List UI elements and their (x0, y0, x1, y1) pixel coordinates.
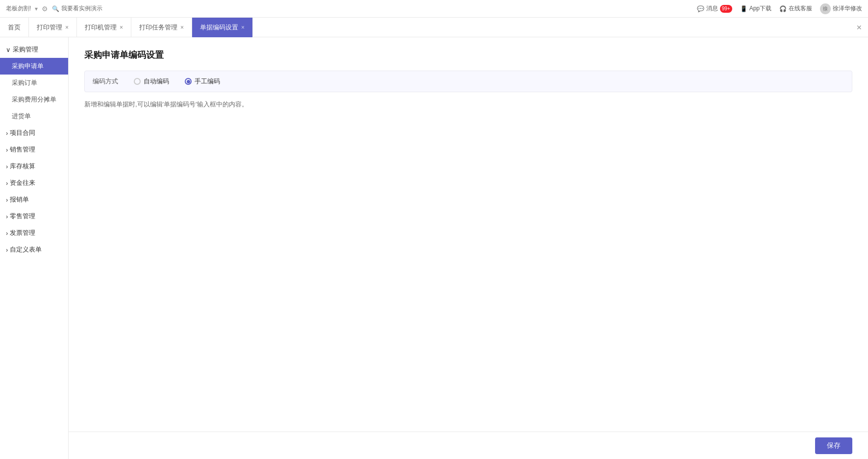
tab-home[interactable]: 首页 (0, 18, 29, 37)
purchase-group-arrow: ∨ (6, 46, 11, 53)
sidebar-group-sales-header[interactable]: › 销售管理 (0, 141, 68, 158)
app-download-button[interactable]: 📱 App下载 (740, 4, 771, 13)
gear-icon[interactable]: ⚙ (42, 5, 48, 13)
sidebar-group-sales: › 销售管理 (0, 141, 68, 158)
save-button[interactable]: 保存 (815, 437, 852, 454)
manual-code-label: 手工编码 (195, 77, 220, 86)
sales-group-label: 销售管理 (10, 145, 35, 154)
top-bar-right: 💬 消息 99+ 📱 App下载 🎧 在线客服 徐 徐泽华修改 (697, 3, 862, 14)
top-bar: 老板勿割! ▾ ⚙ 🔍 我要看实例演示 💬 消息 99+ 📱 App下载 🎧 在… (0, 0, 868, 18)
sidebar-group-return-header[interactable]: › 报销单 (0, 191, 68, 208)
inventory-group-arrow: › (6, 163, 8, 170)
sidebar-group-custom-form: › 自定义表单 (0, 241, 68, 258)
inventory-group-label: 库存核算 (10, 162, 35, 171)
sidebar-group-return: › 报销单 (0, 191, 68, 208)
manual-code-radio[interactable] (185, 78, 192, 85)
user-name: 徐泽华修改 (833, 4, 862, 13)
online-service-button[interactable]: 🎧 在线客服 (779, 4, 812, 13)
invoice-group-label: 发票管理 (10, 229, 35, 237)
tab-single-code[interactable]: 单据编码设置 × (192, 18, 253, 37)
online-service-label: 在线客服 (789, 4, 812, 13)
retail-group-label: 零售管理 (10, 212, 35, 221)
tab-printer-mgmt[interactable]: 打印机管理 × (77, 18, 131, 37)
sidebar-group-inventory-header[interactable]: › 库存核算 (0, 158, 68, 175)
content-area: 采购申请单编码设置 编码方式 自动编码 手工编码 新增和编辑单据时,可以编辑'单… (69, 37, 868, 459)
code-mode-label: 编码方式 (93, 77, 118, 86)
sidebar-group-custom-form-header[interactable]: › 自定义表单 (0, 241, 68, 258)
tab-print-task[interactable]: 打印任务管理 × (131, 18, 192, 37)
sidebar-item-purchase-order[interactable]: 采购订单 (0, 75, 68, 91)
sidebar-item-purchase-request[interactable]: 采购申请单 (0, 58, 68, 75)
sidebar-group-project: › 项目合同 (0, 125, 68, 141)
fund-group-arrow: › (6, 179, 8, 187)
sidebar-item-purchase-expense[interactable]: 采购费用分摊单 (0, 91, 68, 108)
project-group-arrow: › (6, 129, 8, 137)
tab-single-code-close[interactable]: × (241, 24, 245, 31)
sidebar-group-purchase-header[interactable]: ∨ 采购管理 (0, 41, 68, 58)
app-download-icon: 📱 (740, 5, 747, 12)
return-group-label: 报销单 (10, 195, 29, 204)
dropdown-arrow-icon[interactable]: ▾ (35, 5, 38, 12)
sidebar-group-retail-header[interactable]: › 零售管理 (0, 208, 68, 225)
search-icon: 🔍 (52, 5, 59, 12)
online-service-icon: 🎧 (779, 5, 787, 12)
content-footer: 保存 (69, 432, 868, 459)
top-bar-left: 老板勿割! ▾ ⚙ 🔍 我要看实例演示 (6, 4, 102, 13)
sidebar-item-stock-in[interactable]: 进货单 (0, 108, 68, 125)
sidebar-group-invoice: › 发票管理 (0, 225, 68, 241)
message-button[interactable]: 💬 消息 99+ (697, 4, 732, 13)
tab-print-task-close[interactable]: × (180, 24, 184, 31)
app-download-label: App下载 (749, 4, 771, 13)
page-title: 采购申请单编码设置 (84, 49, 852, 61)
auto-code-option[interactable]: 自动编码 (134, 77, 169, 86)
main-layout: ∨ 采购管理 采购申请单 采购订单 采购费用分摊单 进货单 › 项目合同 (0, 37, 868, 459)
content-body: 采购申请单编码设置 编码方式 自动编码 手工编码 新增和编辑单据时,可以编辑'单… (69, 37, 868, 432)
tab-print-mgmt-label: 打印管理 (37, 23, 62, 32)
hint-text: 新增和编辑单据时,可以编辑'单据编码号'输入框中的内容。 (84, 100, 852, 109)
return-group-arrow: › (6, 196, 8, 204)
auto-code-radio[interactable] (134, 78, 141, 85)
tab-print-task-label: 打印任务管理 (139, 23, 177, 32)
search-placeholder: 我要看实例演示 (61, 4, 102, 13)
message-label: 消息 (706, 4, 718, 13)
user-menu[interactable]: 徐 徐泽华修改 (820, 3, 862, 14)
retail-group-arrow: › (6, 213, 8, 220)
tab-home-label: 首页 (8, 23, 21, 32)
avatar: 徐 (820, 3, 831, 14)
code-mode-row: 编码方式 自动编码 手工编码 (84, 71, 852, 92)
search-bar[interactable]: 🔍 我要看实例演示 (52, 4, 102, 13)
auto-code-label: 自动编码 (144, 77, 169, 86)
app-logo: 老板勿割! (6, 4, 31, 13)
tab-printer-mgmt-label: 打印机管理 (85, 23, 117, 32)
sidebar: ∨ 采购管理 采购申请单 采购订单 采购费用分摊单 进货单 › 项目合同 (0, 37, 69, 459)
sidebar-group-project-header[interactable]: › 项目合同 (0, 125, 68, 141)
custom-form-group-label: 自定义表单 (10, 245, 42, 254)
close-all-button[interactable]: ✕ (850, 24, 868, 31)
sidebar-group-invoice-header[interactable]: › 发票管理 (0, 225, 68, 241)
message-icon: 💬 (697, 5, 704, 12)
tab-print-mgmt[interactable]: 打印管理 × (29, 18, 77, 37)
sales-group-arrow: › (6, 146, 8, 153)
tab-print-mgmt-close[interactable]: × (65, 24, 69, 31)
manual-code-option[interactable]: 手工编码 (185, 77, 220, 86)
sidebar-group-retail: › 零售管理 (0, 208, 68, 225)
tab-printer-mgmt-close[interactable]: × (120, 24, 123, 31)
fund-group-label: 资金往来 (10, 178, 35, 187)
custom-form-group-arrow: › (6, 246, 8, 254)
message-badge: 99+ (720, 5, 732, 13)
purchase-group-label: 采购管理 (13, 45, 38, 54)
sidebar-group-inventory: › 库存核算 (0, 158, 68, 175)
invoice-group-arrow: › (6, 230, 8, 237)
sidebar-group-purchase: ∨ 采购管理 采购申请单 采购订单 采购费用分摊单 进货单 (0, 41, 68, 125)
tab-bar: 首页 打印管理 × 打印机管理 × 打印任务管理 × 单据编码设置 × ✕ (0, 18, 868, 37)
sidebar-group-fund: › 资金往来 (0, 175, 68, 191)
sidebar-group-fund-header[interactable]: › 资金往来 (0, 175, 68, 191)
tab-single-code-label: 单据编码设置 (200, 23, 238, 32)
project-group-label: 项目合同 (10, 128, 35, 137)
